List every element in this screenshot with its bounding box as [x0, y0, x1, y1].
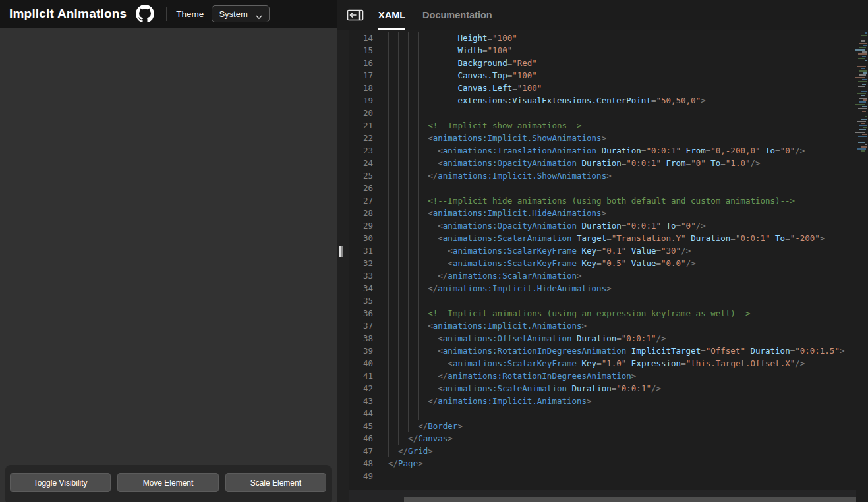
code-line: 28<animations:Implicit.HideAnimations> [349, 207, 844, 219]
code-line: 42<animations:ScaleAnimation Duration="0… [349, 382, 844, 395]
theme-dropdown[interactable]: System [212, 5, 269, 22]
code-line: 17Canvas.Top="100" [349, 69, 844, 82]
page-title: Implicit Animations [9, 7, 127, 21]
line-number: 45 [349, 420, 373, 432]
code-line: 14Height="100" [349, 32, 844, 44]
code-line: 26 [349, 182, 844, 194]
code-line: 46</Canvas> [349, 432, 844, 445]
code-line: 18Canvas.Left="100" [349, 82, 844, 94]
line-number: 35 [349, 294, 373, 307]
xaml-code-viewer: 14Height="100"15Width="100"16Background=… [337, 30, 868, 502]
line-number: 30 [349, 232, 373, 244]
code-line: 40<animations:ScalarKeyFrame Key="1.0" E… [349, 357, 844, 370]
code-line: 16Background="Red" [349, 57, 844, 69]
sample-header: Implicit Animations Theme System [0, 0, 337, 28]
code-line: 44 [349, 407, 844, 420]
tab-documentation[interactable]: Documentation [422, 0, 492, 30]
code-line: 41</animations:RotationInDegreesAnimatio… [349, 370, 844, 382]
line-number: 41 [349, 370, 373, 382]
line-number: 16 [349, 57, 373, 69]
minimap[interactable] [856, 30, 868, 502]
line-number: 31 [349, 244, 373, 257]
code-line: 19extensions:VisualExtensions.CenterPoin… [349, 94, 844, 107]
code-line: 24<animations:OpacityAnimation Duration=… [349, 157, 844, 169]
line-number: 24 [349, 157, 373, 169]
tab-xaml[interactable]: XAML [378, 0, 405, 30]
line-number: 36 [349, 307, 373, 320]
splitter-grip-icon[interactable] [339, 246, 345, 257]
line-number: 49 [349, 470, 373, 482]
code-line: 29<animations:OpacityAnimation Duration=… [349, 219, 844, 232]
github-icon[interactable] [136, 5, 154, 23]
code-line: 35 [349, 294, 844, 307]
line-number: 14 [349, 32, 373, 44]
line-number: 37 [349, 320, 373, 332]
line-number: 27 [349, 194, 373, 207]
code-line: 23<animations:TranslationAnimation Durat… [349, 144, 844, 157]
line-number: 18 [349, 82, 373, 94]
sample-canvas-pane: Implicit Animations Theme System Toggle … [0, 0, 337, 502]
code-line: 33</animations:ScalarAnimation> [349, 269, 844, 282]
code-line: 32<animations:ScalarKeyFrame Key="0.5" V… [349, 257, 844, 269]
code-line: 47</Grid> [349, 445, 844, 457]
pane-splitter[interactable] [337, 30, 349, 502]
line-number: 15 [349, 44, 373, 57]
line-number: 28 [349, 207, 373, 219]
code-line: 25</animations:Implicit.ShowAnimations> [349, 169, 844, 182]
code-line: 37<animations:Implicit.Animations> [349, 320, 844, 332]
theme-dropdown-value: System [219, 9, 247, 19]
scale-element-button[interactable]: Scale Element [225, 473, 326, 492]
line-number: 21 [349, 119, 373, 132]
header-divider [166, 7, 167, 21]
line-number: 48 [349, 457, 373, 470]
demo-controls-bar: Toggle Visibility Move Element Scale Ele… [5, 465, 332, 502]
line-number: 39 [349, 345, 373, 357]
code-line: 38<animations:OffsetAnimation Duration="… [349, 332, 844, 345]
line-number: 47 [349, 445, 373, 457]
code-line: 49 [349, 470, 844, 482]
code-line: 20 [349, 107, 844, 119]
line-number: 32 [349, 257, 373, 269]
code-line: 36<!--Implicit animations (using an expr… [349, 307, 844, 320]
code-pane-header: XAML Documentation [337, 0, 868, 30]
line-number: 26 [349, 182, 373, 194]
code-line: 45</Border> [349, 420, 844, 432]
app-window: Implicit Animations Theme System Toggle … [0, 0, 868, 502]
code-line: 48</Page> [349, 457, 844, 470]
code-line: 43</animations:Implicit.Animations> [349, 395, 844, 407]
code-line: 31<animations:ScalarKeyFrame Key="0.1" V… [349, 244, 844, 257]
code-line: 21<!--Implicit show animations--> [349, 119, 844, 132]
code-line: 22<animations:Implicit.ShowAnimations> [349, 132, 844, 144]
toggle-visibility-button[interactable]: Toggle Visibility [10, 473, 111, 492]
line-number: 22 [349, 132, 373, 144]
line-number: 29 [349, 219, 373, 232]
line-number: 44 [349, 407, 373, 420]
code-tabs: XAML Documentation [378, 0, 492, 30]
line-number: 17 [349, 69, 373, 82]
line-number: 46 [349, 432, 373, 445]
theme-label: Theme [176, 9, 204, 19]
line-number: 40 [349, 357, 373, 370]
line-number: 19 [349, 94, 373, 107]
line-number: 42 [349, 382, 373, 395]
code-line: 30<animations:ScalarAnimation Target="Tr… [349, 232, 844, 244]
line-number: 43 [349, 395, 373, 407]
code-pane: XAML Documentation 14Height="100"15Width… [337, 0, 868, 502]
horizontal-scrollbar[interactable] [404, 497, 868, 502]
collapse-pane-icon[interactable] [347, 9, 364, 21]
line-number: 34 [349, 282, 373, 294]
move-element-button[interactable]: Move Element [117, 473, 218, 492]
editor-bottom-strip [349, 490, 868, 502]
line-number: 23 [349, 144, 373, 157]
code-line: 27<!--Implicit hide animations (using bo… [349, 194, 844, 207]
code-lines: 14Height="100"15Width="100"16Background=… [349, 32, 844, 482]
code-line: 39<animations:RotationInDegreesAnimation… [349, 345, 844, 357]
code-line: 34</animations:Implicit.HideAnimations> [349, 282, 844, 294]
code-line: 15Width="100" [349, 44, 844, 57]
chevron-down-icon [256, 12, 262, 16]
line-number: 33 [349, 269, 373, 282]
line-number: 25 [349, 169, 373, 182]
line-number: 38 [349, 332, 373, 345]
line-number: 20 [349, 107, 373, 119]
